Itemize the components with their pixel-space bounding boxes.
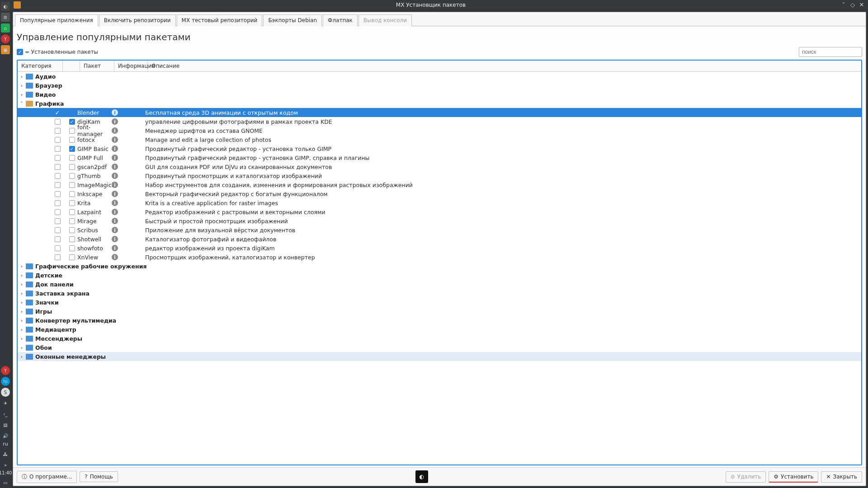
panel-tray-expand[interactable]: » <box>1 460 10 469</box>
about-button[interactable]: ⓘО программе... <box>17 471 77 483</box>
expander-icon[interactable]: › <box>19 74 25 79</box>
package-checkbox-2[interactable] <box>69 182 75 188</box>
panel-launcher-2[interactable]: ⚙ <box>1 13 10 22</box>
package-row[interactable]: LazpaintiРедактор изображений с растровы… <box>18 207 861 216</box>
tab-console-output[interactable]: Вывод консоли <box>359 14 412 26</box>
header-check[interactable] <box>63 61 80 71</box>
package-row[interactable]: fotocxiManage and edit a large collectio… <box>18 135 861 144</box>
category-row[interactable]: ›Видео <box>18 90 861 99</box>
package-checkbox-1[interactable] <box>55 164 61 170</box>
panel-tray-volume[interactable]: 🔊 <box>1 431 10 440</box>
tab-mx-test-repo[interactable]: MX тестовый репозиторий <box>177 14 263 26</box>
package-row[interactable]: showfotoiредактор изображений из проекта… <box>18 244 861 253</box>
package-row[interactable]: font-manageriМенеджер шрифтов из состава… <box>18 126 861 135</box>
category-row[interactable]: ›Оконные менеджеры <box>18 352 861 361</box>
header-description[interactable]: Описание <box>148 61 861 71</box>
tab-debian-backports[interactable]: Бэкпорты Debian <box>263 14 322 26</box>
category-row[interactable]: ›Заставка экрана <box>18 289 861 298</box>
package-checkbox-2[interactable] <box>69 119 75 125</box>
package-checkbox-2[interactable] <box>69 128 75 134</box>
panel-launcher-3[interactable]: ⌂ <box>1 23 10 33</box>
package-checkbox-2[interactable] <box>69 236 75 242</box>
install-button[interactable]: ⚙Установить <box>769 471 818 483</box>
package-checkbox-2[interactable] <box>69 164 75 170</box>
info-icon[interactable]: i <box>112 209 118 215</box>
package-row[interactable]: ✓BlenderiБесплатная среда 3D анимации с … <box>18 108 861 117</box>
package-row[interactable]: InkscapeiВекторный графический редактор … <box>18 189 861 198</box>
package-checkbox-1[interactable] <box>55 227 61 233</box>
info-icon[interactable]: i <box>112 227 118 233</box>
panel-launcher-5[interactable]: ▣ <box>1 45 10 54</box>
package-row[interactable]: gscan2pdfiGUI для создания PDF или DjVu … <box>18 162 861 171</box>
package-checkbox-1[interactable] <box>55 155 61 161</box>
package-checkbox-1[interactable] <box>55 245 61 251</box>
package-checkbox-2[interactable] <box>69 254 75 260</box>
help-button[interactable]: ?Помощь <box>80 471 118 482</box>
header-package[interactable]: Пакет <box>80 61 114 71</box>
package-row[interactable]: ImageMagickiНабор инструментов для созда… <box>18 180 861 189</box>
panel-clock[interactable]: 11:40 <box>0 470 12 475</box>
panel-tray-clipboard[interactable]: ▤ <box>1 420 10 429</box>
info-icon[interactable]: i <box>112 200 118 206</box>
info-icon[interactable]: i <box>112 109 118 116</box>
package-checkbox-1[interactable] <box>55 200 61 206</box>
category-row[interactable]: ›Браузер <box>18 81 861 90</box>
info-icon[interactable]: i <box>112 118 118 125</box>
category-row[interactable]: ›Детские <box>18 271 861 280</box>
category-row[interactable]: ˅Графика <box>18 99 861 108</box>
expander-icon[interactable]: › <box>19 83 25 88</box>
info-icon[interactable]: i <box>112 245 118 251</box>
package-row[interactable]: XnViewiПросмотрщик изображений, каталоги… <box>18 253 861 262</box>
close-window-button[interactable]: ✕ <box>858 1 865 9</box>
panel-tray-hp[interactable]: hp <box>1 377 10 386</box>
expander-icon[interactable]: › <box>19 327 25 332</box>
remove-button[interactable]: ⊘Удалить <box>726 471 766 483</box>
package-checkbox-1[interactable] <box>55 182 61 188</box>
info-icon[interactable]: i <box>112 182 118 188</box>
info-icon[interactable]: i <box>112 136 118 143</box>
info-icon[interactable]: i <box>112 145 118 152</box>
tree-body[interactable]: ›Аудио›Браузер›Видео˅Графика✓BlenderiБес… <box>18 72 861 465</box>
tab-popular-apps[interactable]: Популярные приложения <box>15 14 98 26</box>
package-checkbox-1[interactable] <box>55 128 61 134</box>
expander-icon[interactable]: › <box>19 291 25 296</box>
info-icon[interactable]: i <box>112 164 118 170</box>
package-checkbox-2[interactable] <box>69 137 75 143</box>
package-checkbox-1[interactable] <box>55 254 61 260</box>
package-checkbox-2[interactable] <box>69 200 75 206</box>
package-row[interactable]: ScribusiПриложение для визуальной вёрстк… <box>18 225 861 235</box>
package-checkbox-2[interactable] <box>69 191 75 197</box>
category-row[interactable]: ›Графические рабочие окружения <box>18 262 861 271</box>
info-icon[interactable]: i <box>112 155 118 161</box>
info-icon[interactable]: i <box>112 254 118 260</box>
package-row[interactable]: GIMP FulliПродвинутый графический редакт… <box>18 153 861 162</box>
package-row[interactable]: KritaiKrita is a creative application fo… <box>18 198 861 207</box>
package-checkbox-2[interactable] <box>69 173 75 179</box>
package-checkbox-1[interactable] <box>55 218 61 224</box>
package-checkbox-2[interactable] <box>69 146 75 152</box>
expander-icon[interactable]: › <box>19 336 25 341</box>
header-information[interactable]: Информация <box>114 61 148 71</box>
package-row[interactable]: MirageiБыстрый и простой просмотрщик изо… <box>18 216 861 225</box>
maximize-button[interactable]: ◇ <box>849 1 856 9</box>
info-icon[interactable]: i <box>112 191 118 197</box>
panel-tray-telegram[interactable]: ✈ <box>1 399 10 408</box>
package-checkbox-1[interactable] <box>55 173 61 179</box>
info-icon[interactable]: i <box>112 127 118 134</box>
expander-icon[interactable]: › <box>19 273 25 278</box>
tab-flatpak[interactable]: Флатпак <box>323 14 358 26</box>
category-row[interactable]: ›Док панели <box>18 280 861 289</box>
package-row[interactable]: gThumbiПродвинутый просмотрщик и каталог… <box>18 171 861 180</box>
expander-icon[interactable]: › <box>19 345 25 350</box>
category-row[interactable]: ›Медиацентр <box>18 325 861 334</box>
header-category[interactable]: Категория <box>18 61 63 71</box>
package-checkbox-1[interactable] <box>55 137 61 143</box>
expander-icon[interactable]: › <box>19 264 25 269</box>
info-icon[interactable]: i <box>112 236 118 242</box>
package-checkbox-2[interactable] <box>69 155 75 161</box>
expander-icon[interactable]: › <box>19 300 25 305</box>
panel-launcher-4[interactable]: Y <box>1 34 10 43</box>
panel-tray-1[interactable]: Y <box>1 366 10 375</box>
package-checkbox-2[interactable] <box>69 209 75 215</box>
expander-icon[interactable]: › <box>19 282 25 287</box>
